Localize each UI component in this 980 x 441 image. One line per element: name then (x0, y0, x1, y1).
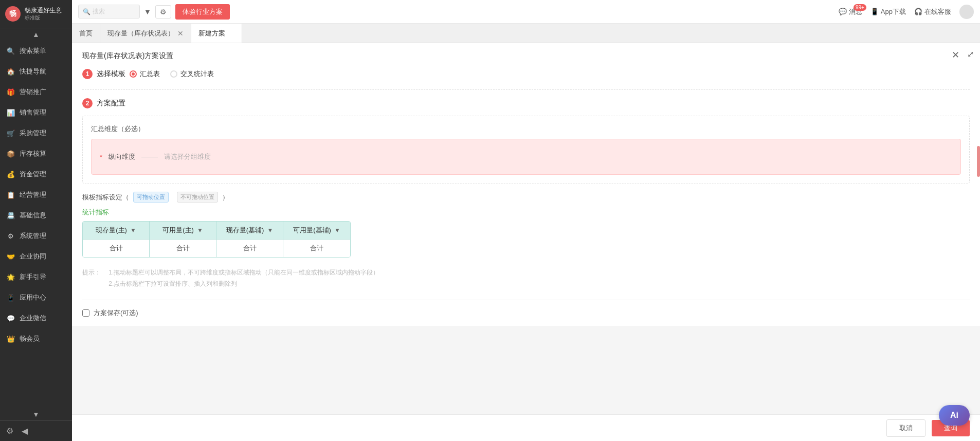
sidebar-item-marketing[interactable]: 🎁 营销推广 (0, 82, 72, 102)
indicator-table: 现存量(主) ▼ 可用量(主) ▼ 现存量(基辅) ▼ (82, 221, 351, 258)
sidebar-item-system[interactable]: ⚙ 系统管理 (0, 226, 72, 246)
step2-title: 2 方案配置 (82, 98, 970, 108)
sidebar-item-label: 企业协同 (20, 252, 46, 261)
sidebar-collapse-btn[interactable]: ◀ (22, 426, 28, 436)
sidebar-item-finance[interactable]: 💰 资金管理 (0, 164, 72, 185)
col-current-main-dropdown[interactable]: ▼ (130, 227, 136, 234)
sidebar-item-sales[interactable]: 📊 销售管理 (0, 102, 72, 123)
non-draggable-tag-inner: 不可拖动位置 (177, 192, 218, 203)
sidebar-item-label: 经营管理 (20, 190, 46, 199)
sidebar-scroll-up[interactable]: ▲ (0, 28, 72, 41)
radio-cross-label: 交叉统计表 (180, 69, 214, 79)
topbar-right: 💬 消息 99+ 📱 App下载 🎧 在线客服 (839, 5, 974, 19)
dimension-area[interactable]: * 纵向维度 —— 请选择分组维度 (91, 139, 961, 175)
draggable-tag-inner: 可拖动位置 (133, 192, 169, 203)
ai-fab-button[interactable]: Ai (939, 405, 970, 426)
chart-icon: 📊 (6, 108, 15, 117)
cancel-button[interactable]: 取消 (886, 419, 925, 437)
tip-1: 提示： 1.拖动标题栏可以调整布局，不可跨维度或指标区域拖动（只能在同一维度或指… (82, 267, 970, 279)
topbar-settings-btn[interactable]: ⚙ (155, 5, 171, 19)
content-area: 现存量(库存状况表)方案设置 ✕ ⤢ 1 选择模板 汇总表 交叉统计表 (72, 43, 980, 414)
save-scheme-label: 方案保存(可选) (94, 308, 138, 318)
radio-cross-circle (170, 70, 177, 78)
topbar-left: 🔍 搜索 ▼ ⚙ 体验行业方案 (78, 4, 834, 20)
dimension-separator: —— (141, 152, 158, 161)
template-radio-group: 汇总表 交叉统计表 (130, 69, 214, 79)
col-available-main-dropdown[interactable]: ▼ (197, 227, 203, 234)
sidebar-item-label: 系统管理 (20, 231, 46, 241)
topbar-dropdown-btn[interactable]: ▼ (144, 8, 151, 16)
tab-new-close[interactable]: ✕ (228, 30, 234, 37)
main-area: 🔍 搜索 ▼ ⚙ 体验行业方案 💬 消息 99+ 📱 App下载 🎧 在线客服 (72, 0, 980, 441)
stat-indicator-label: 统计指标 (82, 208, 970, 217)
sidebar-item-collab[interactable]: 🤝 企业协同 (0, 246, 72, 267)
panel-expand-btn[interactable]: ⤢ (967, 49, 974, 59)
topbar-trial-btn[interactable]: 体验行业方案 (175, 4, 230, 20)
tab-new-scheme[interactable]: 新建方案 ✕ (191, 24, 242, 43)
panel-close-btn[interactable]: ✕ (952, 49, 959, 61)
right-scroll-indicator[interactable] (977, 146, 980, 177)
sidebar-scroll-down[interactable]: ▼ (0, 408, 72, 420)
save-scheme: 方案保存(可选) (82, 300, 970, 318)
topbar-app-download[interactable]: 📱 App下载 (870, 7, 906, 16)
sidebar-item-member[interactable]: 👑 畅会员 (0, 328, 72, 349)
sidebar-item-wechat[interactable]: 💬 企业微信 (0, 308, 72, 328)
money-icon: 💰 (6, 170, 15, 179)
col-current-aux: 现存量(基辅) ▼ (216, 222, 283, 239)
tab-new-label: 新建方案 (198, 29, 225, 38)
sidebar-nav: 🔍 搜索菜单 🏠 快捷导航 🎁 营销推广 📊 销售管理 🛒 采购管理 📦 库存核… (0, 41, 72, 408)
sidebar-item-label: 搜索菜单 (20, 46, 46, 56)
tip-2: 2.点击标题栏下拉可设置排序、插入列和删除列 (82, 279, 970, 290)
dimension-placeholder: 请选择分组维度 (164, 152, 211, 161)
user-avatar[interactable] (959, 5, 974, 19)
sidebar-item-appcenter[interactable]: 📱 应用中心 (0, 287, 72, 308)
step2-label: 方案配置 (97, 99, 125, 108)
sidebar-item-search[interactable]: 🔍 搜索菜单 (0, 41, 72, 61)
indicator-table-body: 合计 合计 合计 合计 (83, 239, 350, 257)
sidebar-item-label: 畅会员 (20, 334, 40, 343)
search-icon-topbar: 🔍 (83, 8, 90, 15)
dimension-section-label: 汇总维度（必选） (91, 124, 961, 134)
radio-summary[interactable]: 汇总表 (130, 69, 160, 79)
sidebar-item-newuser[interactable]: 🌟 新手引导 (0, 267, 72, 287)
step2-section: 2 方案配置 汇总维度（必选） * 纵向维度 —— 请选择分组维度 (82, 98, 970, 289)
col-current-main: 现存量(主) ▼ (83, 222, 150, 239)
crown-icon: 👑 (6, 334, 15, 343)
radio-summary-circle (130, 70, 137, 78)
step1-section: 1 选择模板 汇总表 交叉统计表 (82, 69, 970, 79)
col-current-aux-dropdown[interactable]: ▼ (267, 227, 273, 234)
col-available-aux-dropdown[interactable]: ▼ (334, 227, 340, 234)
save-scheme-checkbox[interactable] (82, 309, 89, 317)
step2-num: 2 (82, 98, 93, 108)
sidebar-item-management[interactable]: 📋 经营管理 (0, 185, 72, 205)
tab-inventory-label: 现存量（库存状况表） (107, 29, 174, 38)
topbar-search-box[interactable]: 🔍 搜索 (78, 5, 140, 19)
tab-inventory[interactable]: 现存量（库存状况表） ✕ (100, 24, 191, 43)
tab-home[interactable]: 首页 (72, 24, 100, 43)
topbar-msg[interactable]: 💬 消息 99+ (839, 7, 862, 16)
message-icon: 💬 (839, 8, 847, 15)
msg-badge: 99+ (854, 4, 866, 11)
col-current-main-label: 现存量(主) (96, 226, 127, 235)
indicator-section: 统计指标 现存量(主) ▼ 可用量(主) ▼ (82, 208, 970, 259)
step1-num: 1 (82, 69, 93, 79)
app-name: 畅康通好生意 标准版 (25, 7, 62, 22)
sidebar-settings-btn[interactable]: ⚙ (6, 426, 13, 436)
panel-title: 现存量(库存状况表)方案设置 (82, 51, 970, 61)
topbar-service[interactable]: 🎧 在线客服 (914, 7, 951, 16)
sidebar-item-label: 资金管理 (20, 170, 46, 179)
ai-fab-label: Ai (950, 411, 958, 420)
sidebar-item-basic-info[interactable]: 📇 基础信息 (0, 205, 72, 226)
sidebar-item-label: 应用中心 (20, 293, 46, 302)
sidebar-item-purchase[interactable]: 🛒 采购管理 (0, 123, 72, 143)
sidebar-item-label: 快捷导航 (20, 67, 46, 76)
tab-inventory-close[interactable]: ✕ (177, 30, 184, 37)
sidebar-item-quicknav[interactable]: 🏠 快捷导航 (0, 61, 72, 82)
dimension-section: 汇总维度（必选） * 纵向维度 —— 请选择分组维度 (82, 116, 970, 183)
sidebar-item-label: 库存核算 (20, 149, 46, 158)
sidebar-item-inventory[interactable]: 📦 库存核算 (0, 143, 72, 164)
radio-cross[interactable]: 交叉统计表 (170, 69, 214, 79)
gear-icon: ⚙ (6, 231, 15, 241)
gift-icon: 🎁 (6, 87, 15, 97)
service-icon: 🎧 (914, 8, 922, 15)
